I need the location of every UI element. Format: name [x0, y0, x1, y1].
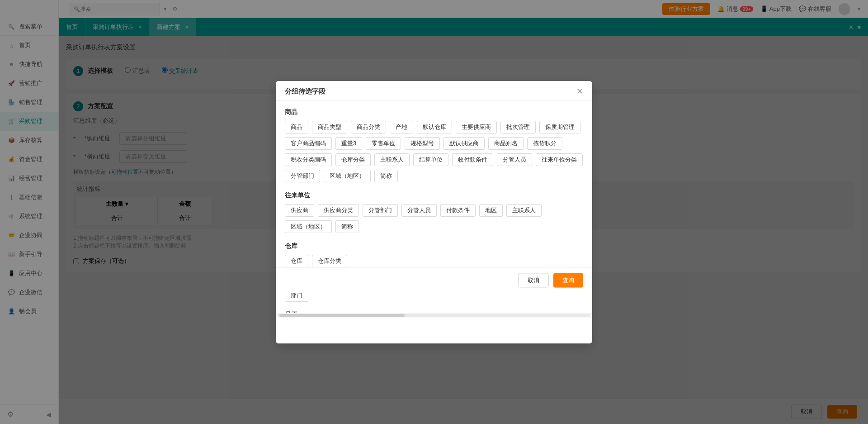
field-tag-default-supplier[interactable]: 默认供应商: [443, 137, 485, 150]
field-tag-spec-model[interactable]: 规格型号: [405, 137, 440, 150]
cancel-button[interactable]: 取消: [518, 273, 549, 287]
field-tag-pick-points[interactable]: 拣货积分: [527, 137, 562, 150]
field-tag-warehouse-cat2[interactable]: 仓库分类: [312, 255, 347, 267]
warehouse-fields: 仓库 仓库分类: [285, 255, 583, 267]
modal-close-button[interactable]: [576, 87, 583, 95]
section-product-title: 商品: [285, 108, 583, 116]
field-tag-person2[interactable]: 分管人员: [401, 204, 437, 217]
modal-header: 分组待选字段: [276, 81, 592, 101]
confirm-button[interactable]: 查询: [553, 273, 583, 287]
section-product: 商品 商品 商品类型 商品分类 产地 默认仓库 主要供应商 批次管理 保质期管理…: [285, 108, 583, 182]
section-warehouse: 仓库 仓库 仓库分类: [285, 242, 583, 267]
field-tag-main-contact[interactable]: 主联系人: [374, 153, 410, 166]
field-tag-payment-terms[interactable]: 收付款条件: [452, 153, 493, 166]
field-tag-weight3[interactable]: 重量3: [335, 137, 362, 150]
field-tag-default-warehouse[interactable]: 默认仓库: [417, 121, 452, 133]
field-tag-tax-code[interactable]: 税收分类编码: [285, 153, 332, 166]
field-tag-partner-cat[interactable]: 往来单位分类: [536, 153, 583, 166]
field-tag-managing-dept[interactable]: 分管部门: [285, 170, 320, 182]
field-select-modal: 分组待选字段 商品 商品 商品类型 商品分类 产地 默认仓库 主要供应商 批次管…: [276, 81, 592, 343]
field-tag-product[interactable]: 商品: [285, 121, 308, 133]
partner-fields: 供应商 供应商分类 分管部门 分管人员 付款条件 地区 主联系人 区域（地区） …: [285, 204, 583, 233]
field-tag-dept-manager[interactable]: 分管人员: [497, 153, 532, 166]
field-tag-settlement-unit[interactable]: 结算单位: [413, 153, 448, 166]
field-tag-region[interactable]: 地区: [479, 204, 503, 217]
field-tag-payment-cond[interactable]: 付款条件: [440, 204, 476, 217]
field-tag-short-name[interactable]: 简称: [374, 170, 398, 182]
product-fields: 商品 商品类型 商品分类 产地 默认仓库 主要供应商 批次管理 保质期管理 客户…: [285, 121, 583, 182]
field-tag-product-alias[interactable]: 商品别名: [488, 137, 524, 150]
field-tag-retail-unit[interactable]: 零售单位: [366, 137, 401, 150]
field-tag-warehouse-cat[interactable]: 仓库分类: [335, 153, 371, 166]
field-tag-supplier[interactable]: 供应商: [285, 204, 314, 217]
modal-footer: 取消 查询: [276, 267, 592, 293]
field-tag-dept2[interactable]: 分管部门: [363, 204, 398, 217]
field-tag-product-type[interactable]: 商品类型: [312, 121, 347, 133]
field-tag-region-product[interactable]: 区域（地区）: [324, 170, 371, 182]
field-tag-product-category[interactable]: 商品分类: [351, 121, 386, 133]
field-tag-main-supplier[interactable]: 主要供应商: [456, 121, 497, 133]
field-tag-contact[interactable]: 主联系人: [506, 204, 542, 217]
section-warehouse-title: 仓库: [285, 242, 583, 250]
field-tag-customer-code[interactable]: 客户商品编码: [285, 137, 332, 150]
field-tag-origin[interactable]: 产地: [390, 121, 413, 133]
field-tag-short2[interactable]: 简称: [335, 220, 359, 233]
field-tag-supplier-cat[interactable]: 供应商分类: [318, 204, 359, 217]
field-tag-batch-mgmt[interactable]: 批次管理: [500, 121, 536, 133]
modal-title: 分组待选字段: [285, 87, 326, 96]
modal-hscrollbar[interactable]: [276, 313, 592, 318]
field-tag-expiry-mgmt[interactable]: 保质期管理: [539, 121, 580, 133]
field-tag-region2[interactable]: 区域（地区）: [285, 220, 332, 233]
field-tag-warehouse[interactable]: 仓库: [285, 255, 308, 267]
section-partner-title: 往来单位: [285, 191, 583, 200]
section-partner: 往来单位 供应商 供应商分类 分管部门 分管人员 付款条件 地区 主联系人 区域…: [285, 191, 583, 233]
